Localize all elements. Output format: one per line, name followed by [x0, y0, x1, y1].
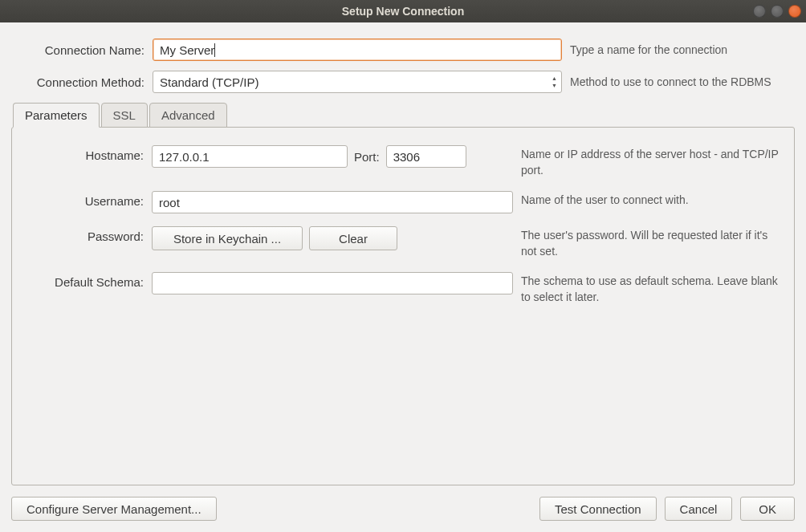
port-input[interactable]	[386, 145, 466, 168]
default-schema-label: Default Schema:	[23, 272, 144, 289]
tab-parameters[interactable]: Parameters	[13, 103, 100, 128]
port-label: Port:	[354, 150, 380, 164]
hostname-row: Hostname: Port: Name or IP address of th…	[23, 145, 783, 178]
default-schema-row: Default Schema: The schema to use as def…	[23, 272, 783, 305]
connection-name-label: Connection Name:	[11, 43, 145, 57]
ok-button[interactable]: OK	[740, 497, 795, 521]
tab-advanced[interactable]: Advanced	[149, 103, 227, 128]
default-schema-hint: The schema to use as default schema. Lea…	[521, 272, 783, 305]
connection-method-value: Standard (TCP/IP)	[160, 75, 258, 89]
username-input[interactable]	[152, 191, 513, 213]
hostname-label: Hostname:	[23, 145, 144, 162]
test-connection-button[interactable]: Test Connection	[539, 497, 657, 521]
tabs: Parameters SSL Advanced	[11, 103, 795, 128]
footer: Configure Server Management... Test Conn…	[11, 485, 795, 521]
password-row: Password: Store in Keychain ... Clear Th…	[23, 226, 783, 259]
select-arrows-icon: ▲▼	[552, 75, 557, 88]
cancel-button[interactable]: Cancel	[665, 497, 733, 521]
connection-name-hint: Type a name for the connection	[570, 43, 727, 56]
store-keychain-button[interactable]: Store in Keychain ...	[152, 226, 303, 250]
window-body: Connection Name: My Server Type a name f…	[0, 22, 806, 532]
connection-method-label: Connection Method:	[11, 75, 145, 89]
hostname-hint: Name or IP address of the server host - …	[521, 145, 783, 178]
window-title: Setup New Connection	[342, 5, 464, 18]
username-hint: Name of the user to connect with.	[521, 191, 783, 209]
tabs-area: Parameters SSL Advanced Hostname: Port: …	[11, 103, 795, 485]
connection-name-input[interactable]: My Server	[153, 39, 562, 61]
maximize-button[interactable]	[771, 5, 784, 18]
titlebar: Setup New Connection	[0, 0, 806, 22]
connection-method-row: Connection Method: Standard (TCP/IP) ▲▼ …	[11, 71, 795, 93]
window-controls	[753, 5, 801, 18]
clear-password-button[interactable]: Clear	[309, 226, 397, 250]
close-button[interactable]	[788, 5, 801, 18]
connection-name-value: My Server	[160, 43, 214, 57]
password-label: Password:	[23, 226, 144, 243]
default-schema-input[interactable]	[152, 272, 513, 294]
connection-method-select[interactable]: Standard (TCP/IP) ▲▼	[153, 71, 562, 93]
minimize-button[interactable]	[753, 5, 766, 18]
username-label: Username:	[23, 191, 144, 208]
password-hint: The user's password. Will be requested l…	[521, 226, 783, 259]
connection-method-hint: Method to use to connect to the RDBMS	[570, 75, 771, 88]
text-cursor	[214, 43, 215, 57]
configure-server-button[interactable]: Configure Server Management...	[11, 497, 217, 521]
tab-ssl[interactable]: SSL	[101, 103, 148, 128]
tab-panel-parameters: Hostname: Port: Name or IP address of th…	[11, 127, 795, 485]
connection-name-row: Connection Name: My Server Type a name f…	[11, 39, 795, 61]
hostname-input[interactable]	[152, 145, 348, 168]
username-row: Username: Name of the user to connect wi…	[23, 191, 783, 213]
